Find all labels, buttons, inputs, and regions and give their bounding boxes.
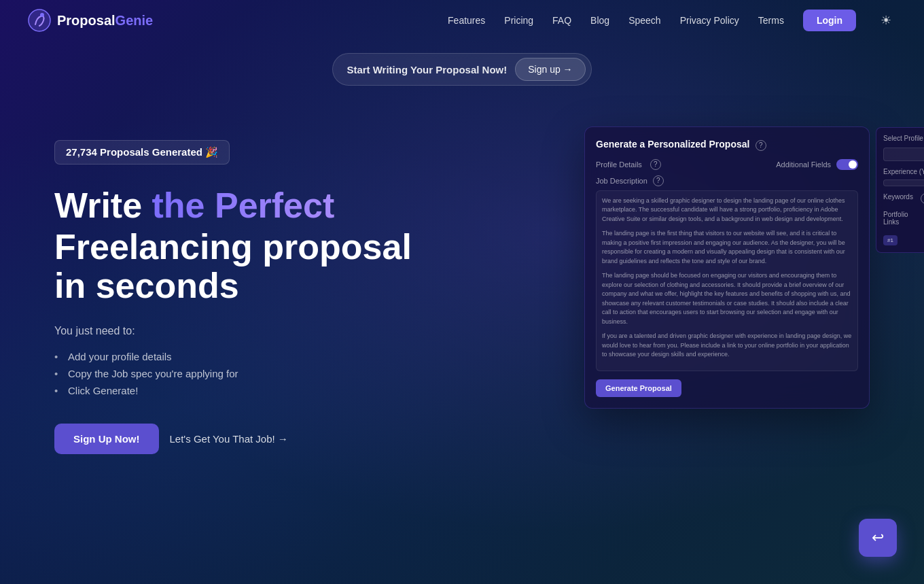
list-item: Copy the Job spec you're applying for — [54, 365, 435, 382]
floating-feedback-button[interactable]: ↩ — [859, 519, 897, 557]
side-panel-portfolio-label: Portfolio Links — [883, 211, 924, 226]
nav-pricing[interactable]: Pricing — [504, 15, 533, 26]
side-panel-portfolio-row: Portfolio Links ? + — [883, 211, 924, 230]
hero-section: 27,734 Proposals Generated 🎉 Write the P… — [0, 86, 924, 481]
mockup-profile-label: Profile Details — [596, 160, 642, 169]
get-job-button[interactable]: Let's Get You That Job! → — [170, 424, 288, 454]
mockup-side-panel: Select Profile ▾ Experience (Years) Keyw… — [876, 127, 924, 253]
nav-features[interactable]: Features — [448, 15, 485, 26]
logo-proposal: Proposal — [57, 13, 116, 28]
logo: ProposalGenie — [27, 8, 153, 33]
side-panel-dropdown[interactable]: ▾ — [883, 148, 924, 161]
logo-icon — [27, 8, 52, 33]
mockup-text-p2: The landing page is the first thing that… — [602, 229, 852, 266]
side-panel-select-label: Select Profile — [883, 135, 924, 142]
nav-terms[interactable]: Terms — [758, 15, 784, 26]
mockup-text-p3: The landing page should be focused on en… — [602, 271, 852, 326]
nav-blog[interactable]: Blog — [590, 15, 609, 26]
mockup-profile-help-icon: ? — [650, 159, 661, 170]
theme-toggle-button[interactable]: ☀ — [875, 10, 897, 31]
generate-proposal-button[interactable]: Generate Proposal — [596, 379, 681, 397]
nav-faq[interactable]: FAQ — [552, 15, 571, 26]
mockup-toggle[interactable] — [836, 159, 858, 170]
nav-speech[interactable]: Speech — [628, 15, 660, 26]
hero-title-highlight: the Perfect — [152, 186, 335, 225]
mockup-job-label: Job Description — [596, 177, 647, 185]
cta-signup-button[interactable]: Sign up → — [515, 58, 585, 81]
mockup-job-label-row: Job Description ? — [596, 175, 858, 186]
hero-list: Add your profile details Copy the Job sp… — [54, 348, 435, 399]
nav-links: Features Pricing FAQ Blog Speech Privacy… — [448, 10, 897, 31]
cta-text: Start Writing Your Proposal Now! — [346, 64, 507, 75]
mockup-text-p4: If you are a talented and driven graphic… — [602, 332, 852, 360]
proposals-badge: 27,734 Proposals Generated 🎉 — [54, 140, 230, 165]
mockup-profile-row: Profile Details ? Additional Fields — [596, 159, 858, 170]
hero-title-line2: Freelancing proposal in seconds — [54, 228, 435, 305]
mockup-title: Generate a Personalized Proposal — [596, 139, 749, 150]
side-panel-keywords-label: Keywords — [883, 193, 913, 201]
logo-text: ProposalGenie — [57, 13, 153, 29]
hero-left: 27,734 Proposals Generated 🎉 Write the P… — [54, 126, 435, 454]
app-mockup: Generate a Personalized Proposal ? Profi… — [584, 126, 870, 409]
side-panel-portfolio-tag: #1 — [883, 235, 898, 245]
mockup-additional-label: Additional Fields — [776, 160, 831, 169]
mockup-job-help-icon: ? — [653, 175, 664, 186]
svg-point-0 — [29, 10, 50, 31]
side-panel-experience-label: Experience (Years) — [883, 168, 924, 175]
mockup-title-area: Generate a Personalized Proposal ? — [596, 138, 766, 151]
mockup-text-p1: We are seeking a skilled graphic designe… — [602, 196, 852, 224]
signup-button[interactable]: Sign Up Now! — [54, 424, 159, 454]
side-panel-keywords-help: ? — [921, 193, 924, 204]
logo-genie: Genie — [116, 13, 154, 28]
side-panel-experience-input[interactable] — [883, 179, 924, 186]
login-button[interactable]: Login — [803, 10, 856, 31]
navbar: ProposalGenie Features Pricing FAQ Blog … — [0, 0, 924, 41]
hero-buttons: Sign Up Now! Let's Get You That Job! → — [54, 424, 435, 454]
hero-title-normal: Write — [54, 186, 152, 225]
nav-privacy[interactable]: Privacy Policy — [680, 15, 739, 26]
mockup-header: Generate a Personalized Proposal ? — [596, 138, 858, 151]
mockup-text-area[interactable]: We are seeking a skilled graphic designe… — [596, 190, 858, 371]
hero-cta-bar: Start Writing Your Proposal Now! Sign up… — [0, 53, 924, 86]
hero-right: Generate a Personalized Proposal ? Profi… — [584, 126, 870, 409]
hero-subtitle: You just need to: — [54, 325, 435, 337]
svg-point-1 — [40, 13, 44, 17]
cta-container: Start Writing Your Proposal Now! Sign up… — [332, 53, 591, 86]
mockup-help-icon: ? — [756, 140, 766, 151]
floating-feedback-icon: ↩ — [872, 529, 884, 547]
hero-title: Write the Perfect Freelancing proposal i… — [54, 186, 435, 306]
side-panel-keywords-row: Keywords ? + — [883, 192, 924, 205]
list-item: Add your profile details — [54, 348, 435, 365]
list-item: Click Generate! — [54, 382, 435, 399]
